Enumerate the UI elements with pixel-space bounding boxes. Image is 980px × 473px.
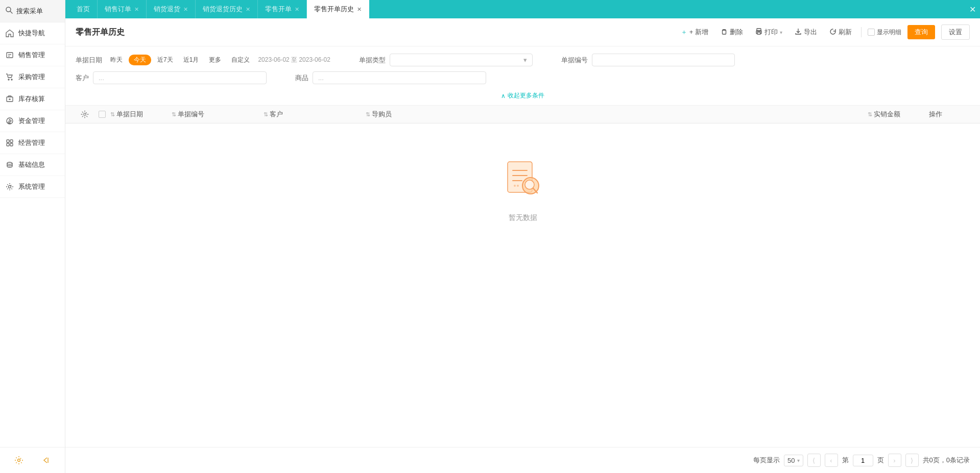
column-settings[interactable] [76,110,94,118]
col-header-guide[interactable]: ⇅ 导购员 [366,110,437,119]
collapse-bar[interactable]: ∧ 收起更多条件 [76,89,970,102]
delete-label: 删除 [730,28,743,37]
prev-page-button[interactable]: ‹ [825,454,838,467]
tab-retail-open-close[interactable]: ✕ [295,6,299,13]
date-btn-more[interactable]: 更多 [205,55,225,65]
current-page-input[interactable]: 1 [853,455,873,466]
prev-page-icon: ‹ [830,457,832,464]
sidebar-item-finance[interactable]: 资金管理 [0,110,65,132]
svg-rect-2 [7,53,13,58]
base-icon [5,160,14,169]
sidebar-item-purchase[interactable]: 采购管理 [0,66,65,88]
add-button[interactable]: ＋ + 新增 [678,26,711,39]
sidebar-item-sales[interactable]: 销售管理 [0,44,65,66]
svg-line-1 [10,11,12,13]
tab-sales-return[interactable]: 销货退货 ✕ [147,0,196,18]
type-select[interactable]: ▾ [390,54,533,66]
next-page-button[interactable]: › [888,454,901,467]
date-btn-1month[interactable]: 近1月 [179,55,203,65]
trash-icon [721,28,728,37]
svg-point-5 [8,79,9,80]
settings-button[interactable] [11,453,27,468]
print-button[interactable]: 打印 ▾ [752,26,785,39]
add-icon: ＋ [681,28,687,37]
query-label: 查询 [915,28,928,37]
sidebar-search[interactable]: 搜索采单 [0,0,65,22]
sidebar-nav: 快捷导航 销售管理 采购管理 [0,22,65,447]
goods-select-value: ... [318,74,481,82]
main-area: 首页 销售订单 ✕ 销货退货 ✕ 销货退货历史 ✕ 零售开单 ✕ 零售开单历史 … [65,0,980,473]
settings-filter-button[interactable]: 设置 [941,24,970,40]
goods-filter-label: 商品 [295,73,308,83]
purchase-icon [5,72,14,82]
export-label: 导出 [804,28,817,37]
sort-icon-amount: ⇅ [868,111,872,118]
sidebar-item-sys[interactable]: 系统管理 [0,176,65,198]
col-customer-label: 客户 [270,110,283,119]
first-page-button[interactable]: ⟨ [807,454,821,467]
col-guide-label: 导购员 [372,110,392,119]
col-header-amount[interactable]: ⇅ 实销金额 [868,110,929,119]
pagination-bar: 每页显示 50 ▾ ⟨ ‹ 第 1 页 › ⟩ 共0页，0条记录 [65,447,980,473]
last-page-button[interactable]: ⟩ [905,454,919,467]
col-header-date[interactable]: ⇅ 单据日期 [110,110,172,119]
home-icon [5,29,14,38]
tab-sales-return-label: 销货退货 [154,5,180,14]
date-btn-yesterday[interactable]: 昨天 [106,55,127,65]
sidebar-item-quick-nav[interactable]: 快捷导航 [0,22,65,44]
show-detail-checkbox[interactable] [868,29,875,36]
collapse-button[interactable] [38,453,54,468]
date-btn-7days[interactable]: 近7天 [153,55,177,65]
num-filter-input[interactable] [592,54,735,66]
search-icon [5,6,13,16]
tab-sales-return-close[interactable]: ✕ [183,6,188,13]
query-button[interactable]: 查询 [907,25,935,39]
date-btn-custom[interactable]: 自定义 [227,55,254,65]
num-filter-label: 单据编号 [561,56,588,65]
col-header-customer[interactable]: ⇅ 客户 [264,110,366,119]
col-header-num[interactable]: ⇅ 单据编号 [172,110,264,119]
window-close-button[interactable]: ✕ [969,5,976,14]
first-page-icon: ⟨ [812,457,815,464]
filter-row-1: 单据日期 昨天 今天 近7天 近1月 更多 自定义 2023-06-02 至 2… [76,54,970,66]
collapse-label: 收起更多条件 [508,91,544,100]
page: 零售开单历史 ＋ + 新增 删 [65,18,980,447]
sidebar-label-quick-nav: 快捷导航 [18,29,45,38]
goods-select[interactable]: ... [313,71,486,84]
svg-rect-11 [7,140,9,142]
add-label: + 新增 [689,28,708,37]
show-detail-toggle[interactable]: 显示明细 [868,28,901,37]
tab-sales-order-close[interactable]: ✕ [134,6,139,13]
tab-home[interactable]: 首页 [69,0,98,18]
tab-sales-return-history-close[interactable]: ✕ [246,6,250,13]
export-button[interactable]: 导出 [792,26,820,39]
content-area: 零售开单历史 ＋ + 新增 删 [65,18,980,447]
sidebar-item-base[interactable]: 基础信息 [0,154,65,176]
tab-sales-order-label: 销售订单 [105,5,131,14]
sidebar-item-inventory[interactable]: 库存核算 [0,88,65,110]
tab-sales-order[interactable]: 销售订单 ✕ [98,0,147,18]
tab-retail-open-history[interactable]: 零售开单历史 ✕ [307,0,369,18]
col-ops-label: 操作 [929,110,942,119]
svg-point-16 [9,186,11,188]
total-label: 共0页，0条记录 [923,456,970,465]
date-filter-label: 单据日期 [76,56,102,65]
delete-button[interactable]: 删除 [718,26,746,39]
svg-rect-19 [723,30,726,34]
select-all-checkbox[interactable] [94,111,110,118]
sort-icon-left: ⇅ [110,111,115,118]
print-icon [755,28,762,37]
customer-select[interactable]: ... [93,71,267,84]
sidebar-item-ops[interactable]: 经营管理 [0,132,65,154]
type-filter-group: 单据类型 ▾ [359,54,533,66]
page-label-after: 页 [877,456,884,465]
tab-retail-open[interactable]: 零售开单 ✕ [258,0,307,18]
per-page-select[interactable]: 50 ▾ [784,455,803,466]
export-icon [795,28,802,37]
tab-retail-open-history-close[interactable]: ✕ [357,6,362,13]
empty-state: 暂无数据 [76,123,970,253]
sidebar-search-label: 搜索采单 [16,7,43,16]
tab-sales-return-history[interactable]: 销货退货历史 ✕ [196,0,258,18]
refresh-button[interactable]: 刷新 [826,26,855,39]
date-btn-today[interactable]: 今天 [129,55,151,65]
